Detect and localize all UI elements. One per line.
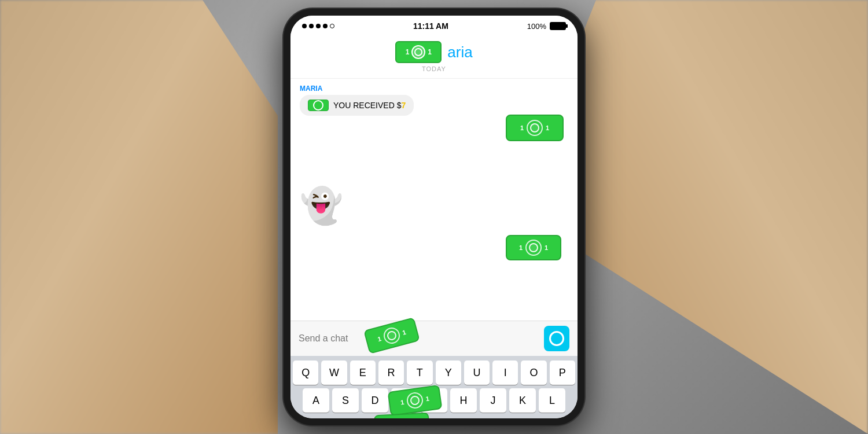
bill-n-1a: 1 [520,124,524,131]
key-t[interactable]: T [407,361,432,385]
dot-1 [302,24,307,28]
money-circle [411,45,425,59]
header-top: 1 1 aria [395,41,472,63]
bill-num-right: 1 [428,48,432,56]
bill-circle-k2 [393,418,410,418]
sender-label: MARIA [300,84,568,93]
dot-5 [330,24,334,28]
key-k[interactable]: K [509,388,536,413]
key-e[interactable]: E [350,361,376,385]
key-a[interactable]: A [303,388,329,413]
bill-circle-i [382,326,402,345]
key-j[interactable]: J [480,388,506,413]
message-bubble: YOU RECEIVED $7 [300,95,414,116]
scene: 11:11 AM 100% 1 1 aria [0,0,868,434]
key-row-1: Q W E R T Y U I O P [293,361,575,385]
bill-n-k1b: 1 [425,395,430,403]
ghost-sticker: 👻 [300,189,343,223]
bill-circle-1 [527,120,543,136]
bill-circle-inner-k1 [410,395,420,406]
money-circle-inner [414,48,422,56]
send-circle-icon [549,331,564,346]
money-bill-1: 1 1 [506,115,564,141]
hand-right [550,0,868,434]
dot-4 [323,24,328,28]
money-icon-small [308,100,329,111]
input-bar: 1 1 [290,321,578,356]
phone-screen: 11:11 AM 100% 1 1 aria [290,16,578,418]
key-u[interactable]: U [464,361,490,385]
key-r[interactable]: R [378,361,404,385]
contact-name[interactable]: aria [447,43,472,61]
today-label: TODAY [422,65,446,72]
header-money-bill: 1 1 [395,41,442,63]
bill-n-2a: 1 [519,244,523,251]
bill-n-1b: 1 [546,124,549,131]
received-message: YOU RECEIVED $7 [300,95,568,116]
phone-frame: 11:11 AM 100% 1 1 aria [284,9,584,425]
chat-body: MARIA YOU RECEIVED $7 1 [290,79,578,321]
battery-icon [550,22,566,30]
bill-n-k1a: 1 [400,399,404,406]
key-l[interactable]: L [539,388,565,413]
key-h[interactable]: H [450,388,477,413]
dot-2 [309,24,314,28]
amount: 7 [401,101,406,110]
signal-dots [302,24,334,28]
bill-num-left: 1 [406,48,410,56]
bill-n-2b: 1 [545,244,548,251]
bill-n-ia: 1 [377,335,382,343]
dot-3 [316,24,321,28]
status-right: 100% [527,22,566,31]
bill-circle-inner-i [386,330,398,341]
money-bill-2: 1 1 [506,235,561,260]
key-s[interactable]: S [332,388,359,413]
key-p[interactable]: P [550,361,575,385]
key-y[interactable]: Y [436,361,461,385]
bill-circle-inner-1 [530,123,539,133]
bill-circle-2 [525,240,542,256]
key-q[interactable]: Q [293,361,318,385]
bill-circle-k1 [406,391,424,410]
battery-percent: 100% [527,22,546,31]
status-time: 11:11 AM [413,21,448,31]
key-d[interactable]: D [362,388,388,413]
key-o[interactable]: O [521,361,546,385]
money-bill-input: 1 1 [363,317,420,354]
message-text: YOU RECEIVED $7 [333,101,406,110]
bill-n-ib: 1 [402,329,407,336]
key-w[interactable]: W [321,361,347,385]
keyboard-area: Q W E R T Y U I O P A S D [290,356,578,418]
key-i[interactable]: I [492,361,518,385]
chat-header: 1 1 aria TODAY [290,36,578,79]
hand-left [0,0,289,434]
bill-circle-inner-2 [529,243,538,252]
send-button[interactable] [544,326,569,351]
status-bar: 11:11 AM 100% [290,16,578,36]
